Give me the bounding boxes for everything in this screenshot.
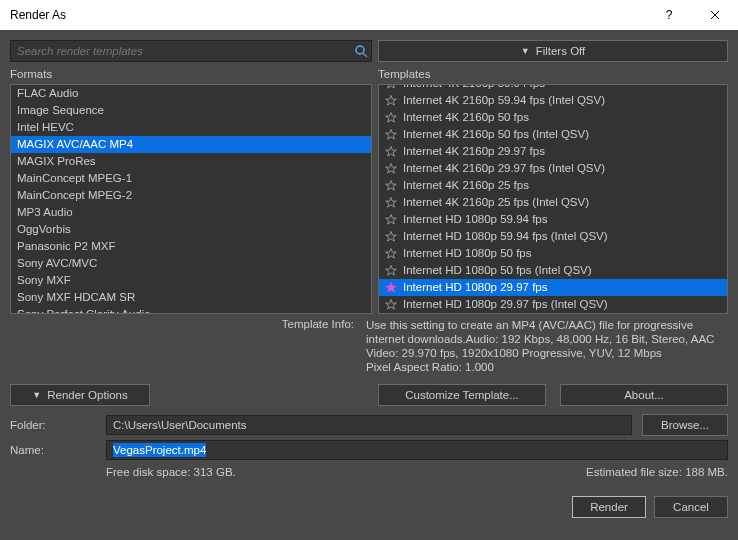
format-item[interactable]: Sony AVC/MVC bbox=[11, 255, 371, 272]
template-item[interactable]: Internet 4K 2160p 29.97 fps bbox=[379, 143, 727, 160]
format-item[interactable]: Sony MXF HDCAM SR bbox=[11, 289, 371, 306]
chevron-down-icon: ▼ bbox=[32, 390, 41, 400]
star-icon bbox=[385, 197, 397, 209]
formats-list[interactable]: FLAC AudioImage SequenceIntel HEVCMAGIX … bbox=[10, 84, 372, 314]
format-item[interactable]: MAGIX AVC/AAC MP4 bbox=[11, 136, 371, 153]
templates-header: Templates bbox=[378, 68, 728, 80]
search-input[interactable] bbox=[11, 45, 351, 57]
filters-button[interactable]: ▼ Filters Off bbox=[378, 40, 728, 62]
format-item[interactable]: Image Sequence bbox=[11, 102, 371, 119]
render-options-button[interactable]: ▼ Render Options bbox=[10, 384, 150, 406]
name-label: Name: bbox=[10, 444, 96, 456]
search-icon[interactable] bbox=[351, 41, 371, 61]
search-wrap bbox=[10, 40, 372, 62]
format-item[interactable]: MAGIX ProRes bbox=[11, 153, 371, 170]
titlebar: Render As ? bbox=[0, 0, 738, 30]
format-item[interactable]: MainConcept MPEG-2 bbox=[11, 187, 371, 204]
window-title: Render As bbox=[10, 8, 66, 22]
template-item[interactable]: Internet HD 1080p 50 fps (Intel QSV) bbox=[379, 262, 727, 279]
format-item[interactable]: Sony MXF bbox=[11, 272, 371, 289]
star-icon bbox=[385, 129, 397, 141]
help-button[interactable]: ? bbox=[646, 0, 692, 30]
about-button[interactable]: About... bbox=[560, 384, 728, 406]
format-item[interactable]: Intel HEVC bbox=[11, 119, 371, 136]
template-item[interactable]: Internet 4K 2160p 25 fps (Intel QSV) bbox=[379, 194, 727, 211]
template-item[interactable]: Internet HD 1080p 50 fps bbox=[379, 245, 727, 262]
format-item[interactable]: MP3 Audio bbox=[11, 204, 371, 221]
template-item[interactable]: Internet 4K 2160p 50 fps bbox=[379, 109, 727, 126]
star-icon bbox=[385, 95, 397, 107]
template-item[interactable]: Internet 4K 2160p 50 fps (Intel QSV) bbox=[379, 126, 727, 143]
folder-input[interactable] bbox=[106, 415, 632, 435]
name-input[interactable]: VegasProject.mp4 bbox=[106, 440, 728, 460]
chevron-down-icon: ▼ bbox=[521, 46, 530, 56]
render-as-dialog: Render As ? ▼ Filters Off Formats FLAC A… bbox=[0, 0, 738, 540]
template-info-label: Template Info: bbox=[10, 318, 366, 374]
template-item[interactable]: Internet 4K 2160p 59.94 fps bbox=[379, 84, 727, 92]
estimated-file-size: Estimated file size: 188 MB. bbox=[586, 466, 728, 478]
template-item[interactable]: Internet HD 1080p 29.97 fps bbox=[379, 279, 727, 296]
templates-list[interactable]: Internet 4K 2160p 59.94 fpsInternet 4K 2… bbox=[378, 84, 728, 314]
star-icon bbox=[385, 265, 397, 277]
star-icon bbox=[385, 112, 397, 124]
star-icon bbox=[385, 214, 397, 226]
template-item[interactable]: Internet HD 1080p 59.94 fps (Intel QSV) bbox=[379, 228, 727, 245]
star-icon bbox=[385, 282, 397, 294]
content: ▼ Filters Off Formats FLAC AudioImage Se… bbox=[0, 30, 738, 540]
format-item[interactable]: FLAC Audio bbox=[11, 85, 371, 102]
format-item[interactable]: OggVorbis bbox=[11, 221, 371, 238]
render-button[interactable]: Render bbox=[572, 496, 646, 518]
star-icon bbox=[385, 146, 397, 158]
browse-button[interactable]: Browse... bbox=[642, 414, 728, 436]
svg-point-0 bbox=[356, 46, 364, 54]
format-item[interactable]: Panasonic P2 MXF bbox=[11, 238, 371, 255]
template-item[interactable]: Internet 4K 2160p 29.97 fps (Intel QSV) bbox=[379, 160, 727, 177]
star-icon bbox=[385, 163, 397, 175]
format-item[interactable]: MainConcept MPEG-1 bbox=[11, 170, 371, 187]
format-item[interactable]: Sony Perfect Clarity Audio bbox=[11, 306, 371, 314]
star-icon bbox=[385, 180, 397, 192]
customize-template-button[interactable]: Customize Template... bbox=[378, 384, 546, 406]
template-item[interactable]: Internet 4K 2160p 59.94 fps (Intel QSV) bbox=[379, 92, 727, 109]
star-icon bbox=[385, 248, 397, 260]
template-item[interactable]: Internet HD 1080p 59.94 fps bbox=[379, 211, 727, 228]
filters-label: Filters Off bbox=[536, 45, 586, 57]
template-item[interactable]: Internet HD 1080p 29.97 fps (Intel QSV) bbox=[379, 296, 727, 313]
star-icon bbox=[385, 84, 397, 90]
free-disk-space: Free disk space: 313 GB. bbox=[106, 466, 236, 478]
cancel-button[interactable]: Cancel bbox=[654, 496, 728, 518]
star-icon bbox=[385, 231, 397, 243]
formats-header: Formats bbox=[10, 68, 372, 80]
star-icon bbox=[385, 299, 397, 311]
folder-label: Folder: bbox=[10, 419, 96, 431]
close-button[interactable] bbox=[692, 0, 738, 30]
template-info-text: Use this setting to create an MP4 (AVC/A… bbox=[366, 318, 728, 374]
template-item[interactable]: Internet 4K 2160p 25 fps bbox=[379, 177, 727, 194]
